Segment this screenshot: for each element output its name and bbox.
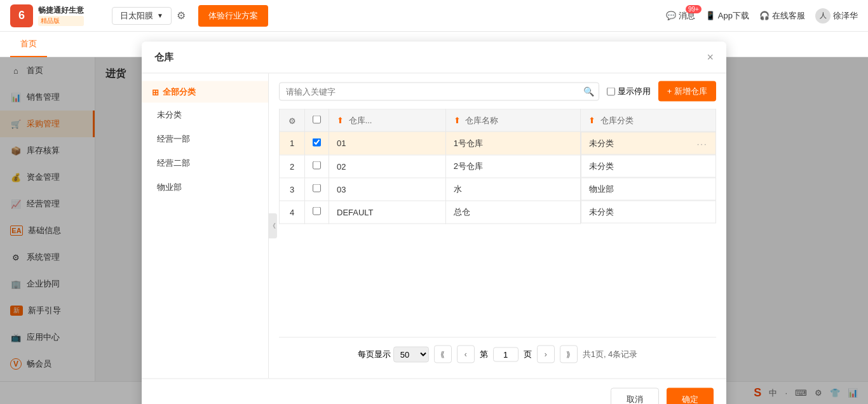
per-page-select[interactable]: 50 100 200 bbox=[393, 346, 429, 362]
category-item-2[interactable]: 经营二部 bbox=[142, 151, 268, 175]
store-selector[interactable]: 日太阳膜 ▼ bbox=[112, 7, 172, 25]
messages-badge: 99+ bbox=[686, 5, 702, 13]
category-panel: ⊞ 全部分类 未分类 经营一部 经营二部 物业部 bbox=[142, 74, 269, 379]
row-name: 1号仓库 bbox=[445, 131, 581, 155]
online-service-label: 在线客服 bbox=[772, 10, 805, 22]
select-all-checkbox[interactable] bbox=[313, 116, 321, 124]
warehouse-table: ⚙ ⬆ 仓库... ⬆ bbox=[279, 109, 716, 224]
page-number-input[interactable] bbox=[493, 347, 519, 361]
row-checkbox[interactable] bbox=[313, 207, 321, 215]
col-category: ⬆ 仓库分类 bbox=[581, 109, 716, 131]
table-row[interactable]: 4 DEFAULT 总仓 未分类 bbox=[280, 201, 716, 224]
prev-page-button[interactable]: ‹ bbox=[457, 346, 475, 363]
table-row[interactable]: 2 02 2号仓库 未分类 bbox=[280, 155, 716, 178]
last-page-button[interactable]: ⟫ bbox=[560, 346, 578, 363]
app-badge: 精品版 bbox=[38, 16, 84, 26]
modal-backdrop: 仓库 × ⊞ 全部分类 未分类 经营 bbox=[0, 57, 868, 404]
table-header-row: ⚙ ⬆ 仓库... ⬆ bbox=[280, 109, 716, 131]
col-code: ⬆ 仓库... bbox=[329, 109, 446, 131]
show-disabled-label: 显示停用 bbox=[618, 86, 651, 97]
pagination: 每页显示 50 100 200 ⟪ ‹ 第 页 bbox=[279, 337, 716, 371]
row-name: 总仓 bbox=[445, 201, 581, 224]
row-checkbox-cell bbox=[305, 201, 329, 224]
app-name: 畅捷通好生意 bbox=[38, 5, 84, 16]
row-checkbox[interactable] bbox=[313, 161, 321, 170]
row-checkbox[interactable] bbox=[313, 184, 321, 192]
store-name: 日太阳膜 bbox=[120, 10, 153, 22]
user-name: 徐泽华 bbox=[833, 10, 858, 22]
row-code: DEFAULT bbox=[329, 201, 446, 224]
sort-icon: ⬆ bbox=[588, 116, 595, 125]
cancel-button[interactable]: 取消 bbox=[611, 388, 659, 405]
row-category: 未分类 bbox=[581, 155, 715, 178]
logo-icon: 6 bbox=[10, 4, 33, 27]
row-action-dots[interactable]: ··· bbox=[697, 138, 708, 148]
row-category: 物业部 bbox=[581, 178, 715, 201]
show-disabled-checkbox[interactable] bbox=[607, 87, 615, 95]
warehouse-modal: 仓库 × ⊞ 全部分类 未分类 经营 bbox=[142, 42, 726, 405]
collapse-panel-button[interactable]: 《 bbox=[268, 213, 277, 239]
row-index: 4 bbox=[280, 201, 305, 224]
phone-icon: 📱 bbox=[705, 11, 715, 20]
online-service-item[interactable]: 🎧 在线客服 bbox=[759, 10, 805, 22]
all-category-label: 全部分类 bbox=[163, 86, 196, 98]
page-suffix-label: 页 bbox=[524, 349, 532, 360]
modal-title: 仓库 bbox=[154, 51, 173, 64]
table-panel: 🔍 显示停用 + 新增仓库 ⚙ bbox=[269, 74, 726, 379]
top-header: 6 畅捷通好生意 精品版 日太阳膜 ▼ ⚙ 体验行业方案 💬 消息 99+ 📱 … bbox=[0, 0, 868, 32]
row-checkbox-cell bbox=[305, 155, 329, 178]
table-toolbar: 🔍 显示停用 + 新增仓库 bbox=[279, 81, 716, 102]
col-settings: ⚙ bbox=[280, 109, 305, 131]
avatar-icon: 人 bbox=[815, 8, 831, 24]
category-item-3[interactable]: 物业部 bbox=[142, 175, 268, 199]
first-page-button[interactable]: ⟪ bbox=[434, 346, 452, 363]
page-size-wrap: 每页显示 50 100 200 bbox=[358, 346, 429, 362]
row-code: 03 bbox=[329, 178, 446, 201]
modal-close-button[interactable]: × bbox=[707, 51, 714, 64]
chevron-down-icon: ▼ bbox=[157, 12, 163, 19]
all-category-item[interactable]: ⊞ 全部分类 bbox=[142, 81, 268, 103]
user-item[interactable]: 人 徐泽华 bbox=[815, 8, 858, 24]
sort-icon: ⬆ bbox=[454, 116, 461, 125]
grid-icon: ⊞ bbox=[152, 87, 159, 97]
row-category: 未分类··· bbox=[581, 132, 715, 155]
logo-area: 6 畅捷通好生意 精品版 bbox=[10, 4, 105, 27]
row-checkbox-cell bbox=[305, 178, 329, 201]
table-row[interactable]: 3 03 水 物业部 bbox=[280, 178, 716, 201]
tab-home[interactable]: 首页 bbox=[10, 32, 47, 57]
search-icon[interactable]: 🔍 bbox=[583, 86, 594, 97]
search-input[interactable] bbox=[279, 82, 599, 100]
trial-button[interactable]: 体验行业方案 bbox=[198, 5, 268, 27]
modal-footer: 取消 确定 bbox=[142, 379, 726, 405]
app-download-label: App下载 bbox=[718, 10, 749, 22]
page-label: 第 bbox=[480, 349, 488, 360]
headphone-icon: 🎧 bbox=[759, 11, 770, 20]
row-index: 1 bbox=[280, 131, 305, 155]
content-area: 进货 仓库 × ⊞ 全部分类 bbox=[95, 57, 868, 404]
gear-icon[interactable]: ⚙ bbox=[177, 10, 186, 22]
category-item-0[interactable]: 未分类 bbox=[142, 103, 268, 127]
show-disabled-wrap: 显示停用 bbox=[607, 86, 651, 97]
col-checkbox bbox=[305, 109, 329, 131]
modal-header: 仓库 × bbox=[142, 42, 726, 74]
per-page-label: 每页显示 bbox=[358, 349, 391, 360]
row-checkbox-cell bbox=[305, 131, 329, 155]
messages-item[interactable]: 💬 消息 99+ bbox=[666, 10, 695, 22]
category-item-1[interactable]: 经营一部 bbox=[142, 127, 268, 151]
add-warehouse-button[interactable]: + 新增仓库 bbox=[658, 81, 716, 102]
row-index: 2 bbox=[280, 155, 305, 178]
page-info: 共1页, 4条记录 bbox=[583, 349, 638, 360]
next-page-button[interactable]: › bbox=[537, 346, 555, 363]
row-index: 3 bbox=[280, 178, 305, 201]
app-download-item[interactable]: 📱 App下载 bbox=[705, 10, 749, 22]
row-checkbox[interactable] bbox=[313, 138, 321, 146]
row-code: 02 bbox=[329, 155, 446, 178]
message-icon: 💬 bbox=[666, 11, 676, 20]
sort-icon: ⬆ bbox=[337, 116, 344, 125]
header-right: 💬 消息 99+ 📱 App下载 🎧 在线客服 人 徐泽华 bbox=[666, 8, 858, 24]
row-code: 01 bbox=[329, 131, 446, 155]
confirm-button[interactable]: 确定 bbox=[667, 388, 714, 405]
search-wrap: 🔍 bbox=[279, 82, 599, 100]
table-row[interactable]: 1 01 1号仓库 未分类··· bbox=[280, 131, 716, 155]
row-name: 2号仓库 bbox=[445, 155, 581, 178]
